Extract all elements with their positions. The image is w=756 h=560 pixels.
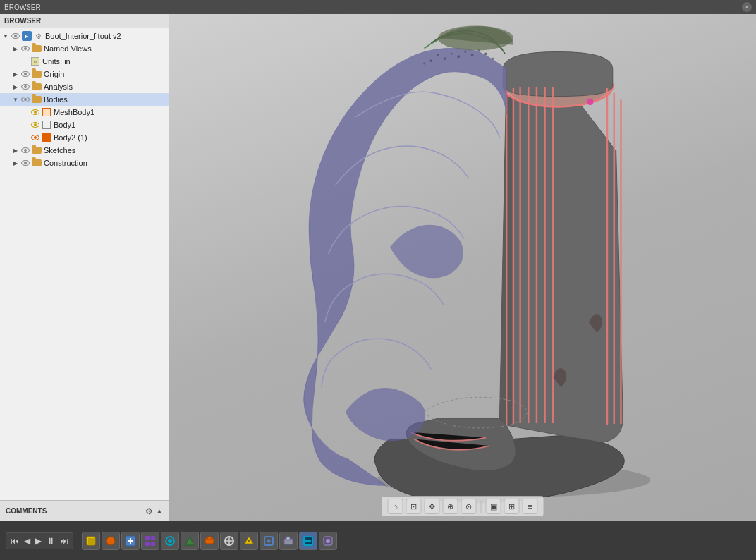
- units-icon: u: [30, 56, 40, 66]
- tool-button-12[interactable]: [299, 532, 317, 550]
- display-mode-button-2[interactable]: ⊞: [504, 499, 520, 514]
- folder-icon-bodies: [32, 95, 42, 104]
- body1-cube-icon: [42, 120, 51, 130]
- tool-button-4[interactable]: [141, 532, 159, 550]
- nav-zoom-button[interactable]: ⊕: [443, 499, 458, 514]
- analysis-label: Analysis: [44, 83, 73, 91]
- tool-button-3[interactable]: [121, 532, 140, 550]
- mesh-icon: [42, 107, 51, 117]
- eye-icon-body2[interactable]: [30, 133, 40, 142]
- doc-label: Boot_Interior_fitout v2: [45, 32, 121, 40]
- named-views-label: Named Views: [44, 44, 92, 53]
- tool-button-11[interactable]: [279, 532, 298, 550]
- toolbar-separator-1: [481, 500, 482, 513]
- expand-arrow-bodies[interactable]: [11, 95, 20, 104]
- eye-icon-analysis[interactable]: [20, 82, 30, 92]
- svg-rect-27: [88, 538, 94, 544]
- svg-rect-34: [145, 542, 150, 546]
- viewport[interactable]: ⌂ ⊡ ✥ ⊕ ⊙ ▣ ⊞ ≡: [169, 14, 756, 521]
- browser-title-text: BROWSER: [4, 4, 41, 11]
- comments-expand-icon[interactable]: ▲: [156, 507, 163, 515]
- svg-point-22: [429, 59, 432, 62]
- svg-rect-47: [286, 537, 290, 540]
- comments-gear-icon[interactable]: ⚙: [145, 506, 153, 516]
- folder-icon-origin: [32, 69, 42, 79]
- tool-buttons-group: [82, 532, 337, 550]
- expand-arrow-analysis[interactable]: [11, 83, 20, 91]
- main-toolbar: ⏮ ◀ ▶ ⏸ ⏭: [0, 521, 756, 560]
- browser-item-meshbody1[interactable]: MeshBody1: [0, 106, 169, 118]
- tool-button-8[interactable]: [220, 532, 238, 550]
- tool-button-5[interactable]: [161, 532, 179, 550]
- expand-arrow-named-views[interactable]: [11, 44, 20, 53]
- close-button[interactable]: ×: [742, 2, 752, 12]
- construction-label: Construction: [44, 159, 87, 167]
- tool-button-10[interactable]: [260, 532, 278, 550]
- browser-item-origin[interactable]: Origin: [0, 68, 169, 80]
- tool-button-1[interactable]: [82, 532, 100, 550]
- tool-button-13[interactable]: [319, 532, 337, 550]
- browser-item-sketches[interactable]: Sketches: [0, 144, 169, 157]
- svg-point-20: [484, 52, 487, 55]
- tool-button-9[interactable]: [240, 532, 258, 550]
- gear-icon-doc[interactable]: ⚙: [33, 31, 43, 41]
- svg-marker-38: [185, 537, 194, 545]
- units-badge: u: [31, 57, 39, 66]
- display-mode-button-1[interactable]: ▣: [486, 499, 501, 514]
- body2-cube-icon: [42, 133, 51, 142]
- playback-last-button[interactable]: ⏭: [59, 535, 70, 547]
- eye-icon-origin[interactable]: [20, 69, 30, 79]
- browser-tree: F ⚙ Boot_Interior_fitout v2 Named Views: [0, 28, 169, 500]
- body1-label: Body1: [54, 121, 75, 129]
- comments-label: COMMENTS: [6, 507, 145, 515]
- playback-pause-button[interactable]: ⏸: [45, 535, 56, 547]
- browser-item-units[interactable]: u Units: in: [0, 55, 169, 68]
- title-bar: BROWSER ×: [0, 0, 756, 14]
- tool-button-7[interactable]: [200, 532, 219, 550]
- playback-first-button[interactable]: ⏮: [9, 535, 20, 547]
- eye-icon-body1[interactable]: [30, 120, 40, 130]
- svg-rect-40: [207, 537, 212, 540]
- folder-icon-construction: [32, 158, 42, 168]
- eye-icon-sketches[interactable]: [20, 145, 30, 155]
- svg-rect-33: [151, 536, 155, 540]
- browser-item-document[interactable]: F ⚙ Boot_Interior_fitout v2: [0, 30, 169, 42]
- nav-fit-button[interactable]: ⊡: [406, 499, 422, 514]
- meshbody1-label: MeshBody1: [54, 108, 94, 116]
- nav-home-button[interactable]: ⌂: [388, 499, 403, 514]
- nav-orbit-button[interactable]: ⊙: [461, 499, 477, 514]
- tool-button-2[interactable]: [102, 532, 120, 550]
- browser-item-construction[interactable]: Construction: [0, 157, 169, 169]
- eye-icon-named-views[interactable]: [20, 44, 30, 54]
- eye-icon-doc[interactable]: [11, 31, 20, 41]
- comments-panel: COMMENTS ⚙ ▲: [0, 500, 169, 521]
- browser-item-analysis[interactable]: Analysis: [0, 80, 169, 93]
- display-mode-button-3[interactable]: ≡: [523, 499, 538, 514]
- browser-item-bodies[interactable]: Bodies: [0, 93, 169, 106]
- tool-button-6[interactable]: [181, 532, 199, 550]
- svg-point-23: [423, 62, 425, 64]
- playback-play-button[interactable]: ▶: [34, 535, 43, 547]
- svg-point-25: [587, 99, 594, 106]
- browser-item-named-views[interactable]: Named Views: [0, 42, 169, 55]
- svg-rect-32: [145, 536, 150, 540]
- svg-point-15: [437, 54, 439, 56]
- units-label: Units: in: [42, 57, 71, 66]
- browser-item-body2[interactable]: Body2 (1): [0, 131, 169, 144]
- eye-icon-bodies[interactable]: [20, 95, 30, 104]
- expand-arrow-doc[interactable]: [1, 32, 10, 40]
- eye-icon-construction[interactable]: [20, 158, 30, 168]
- expand-arrow-origin[interactable]: [11, 70, 20, 78]
- svg-point-13: [444, 57, 446, 60]
- body2-label: Body2 (1): [54, 133, 87, 142]
- playback-prev-button[interactable]: ◀: [23, 535, 32, 547]
- expand-arrow-sketches[interactable]: [11, 146, 20, 154]
- expand-arrow-construction[interactable]: [11, 159, 20, 167]
- folder-icon-analysis: [32, 82, 42, 92]
- svg-rect-35: [151, 542, 155, 546]
- browser-header: BROWSER: [0, 14, 169, 28]
- eye-icon-meshbody[interactable]: [30, 107, 40, 117]
- sketches-label: Sketches: [44, 146, 75, 154]
- nav-pan-button[interactable]: ✥: [425, 499, 440, 514]
- browser-item-body1[interactable]: Body1: [0, 118, 169, 131]
